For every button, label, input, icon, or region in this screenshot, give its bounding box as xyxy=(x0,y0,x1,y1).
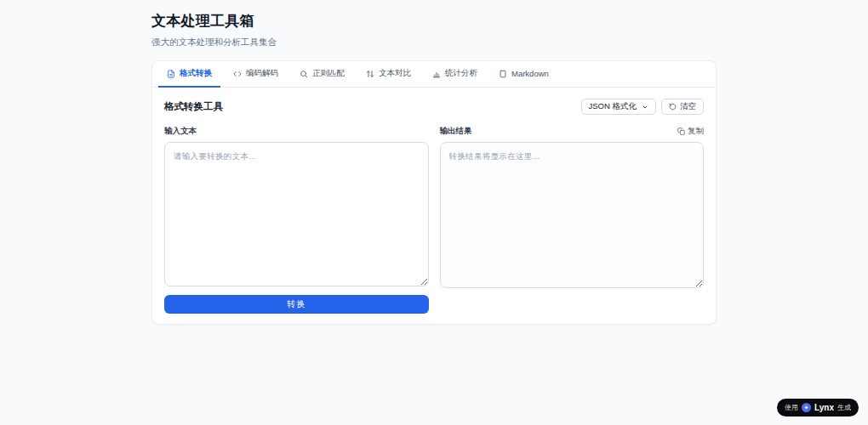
search-icon xyxy=(300,70,308,78)
tab-label: 编码解码 xyxy=(246,68,278,79)
tab-statistics[interactable]: 统计分析 xyxy=(424,61,486,88)
copy-icon xyxy=(677,128,685,135)
output-column: 输出结果 复制 xyxy=(440,126,705,314)
section-title: 格式转换工具 xyxy=(164,100,223,113)
lynx-badge[interactable]: 使用 ✦ Lynx 生成 xyxy=(777,399,859,416)
panel-controls: JSON 格式化 清空 xyxy=(581,99,704,115)
clear-button-label: 清空 xyxy=(680,101,696,112)
copy-button[interactable]: 复制 xyxy=(677,126,704,137)
copy-button-label: 复制 xyxy=(688,126,704,137)
code-icon xyxy=(233,70,242,78)
chevron-down-icon xyxy=(642,104,648,110)
input-column: 输入文本 转换 xyxy=(164,126,429,314)
markdown-doc-icon xyxy=(499,70,507,78)
format-select-value: JSON 格式化 xyxy=(589,101,637,112)
lynx-logo-icon: ✦ xyxy=(802,403,811,412)
tab-markdown[interactable]: Markdown xyxy=(490,61,557,88)
reset-icon xyxy=(669,103,677,110)
tab-panel-format-convert: 格式转换工具 JSON 格式化 清空 xyxy=(152,88,716,324)
tab-label: 统计分析 xyxy=(445,68,477,79)
format-select[interactable]: JSON 格式化 xyxy=(581,99,656,115)
tab-text-compare[interactable]: 文本对比 xyxy=(357,61,420,88)
tab-label: 格式转换 xyxy=(180,68,212,79)
input-label: 输入文本 xyxy=(164,126,197,137)
badge-suffix: 生成 xyxy=(837,403,851,412)
tab-regex-match[interactable]: 正则匹配 xyxy=(291,61,353,88)
clear-button[interactable]: 清空 xyxy=(661,99,704,115)
tab-encode-decode[interactable]: 编码解码 xyxy=(225,61,287,88)
badge-brand: Lynx xyxy=(814,403,834,412)
badge-prefix: 使用 xyxy=(785,403,798,412)
file-text-icon xyxy=(167,70,175,78)
convert-button[interactable]: 转换 xyxy=(164,295,429,314)
toolbox-card: 格式转换 编码解码 正则匹配 文本对比 xyxy=(151,60,717,325)
tab-label: 正则匹配 xyxy=(312,68,345,79)
input-textarea[interactable] xyxy=(164,142,429,286)
arrow-up-down-icon xyxy=(366,70,374,78)
output-label: 输出结果 xyxy=(440,126,472,137)
tab-label: 文本对比 xyxy=(379,68,411,79)
output-textarea[interactable] xyxy=(440,142,705,288)
tab-bar: 格式转换 编码解码 正则匹配 文本对比 xyxy=(152,61,716,88)
text-toolbox-page: 文本处理工具箱 强大的文本处理和分析工具集合 格式转换 编码解码 正则匹配 xyxy=(151,0,717,325)
page-subtitle: 强大的文本处理和分析工具集合 xyxy=(151,37,717,48)
page-title: 文本处理工具箱 xyxy=(151,11,717,31)
tab-format-convert[interactable]: 格式转换 xyxy=(158,61,220,88)
bar-chart-icon xyxy=(432,70,441,78)
tab-label: Markdown xyxy=(511,69,549,78)
